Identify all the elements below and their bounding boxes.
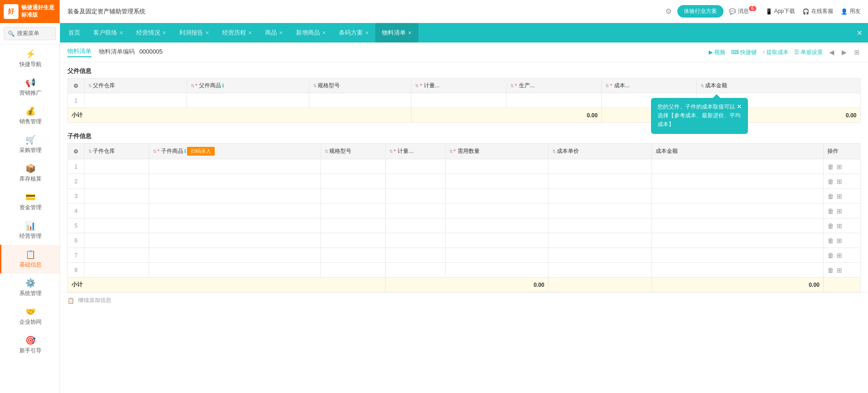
child-price-3[interactable] xyxy=(549,204,651,218)
settings-gear[interactable]: ⚙ xyxy=(73,83,78,89)
child-warehouse-0[interactable] xyxy=(84,159,149,174)
child-amount-6[interactable] xyxy=(651,248,824,263)
child-qty-0[interactable] xyxy=(445,159,548,174)
next-button[interactable]: ▶ xyxy=(841,48,848,57)
child-price-0[interactable] xyxy=(549,159,651,174)
child-spec-7[interactable] xyxy=(321,263,386,278)
nav-tab-close-3[interactable]: ✕ xyxy=(205,30,209,36)
child-price-4[interactable] xyxy=(549,218,651,233)
nav-tab-1[interactable]: 客户联络✕ xyxy=(87,23,130,42)
delete-icon-6[interactable]: 🗑 xyxy=(827,252,834,259)
child-unit-4[interactable] xyxy=(385,218,445,233)
close-all-tabs[interactable]: ✕ xyxy=(853,29,866,37)
child-warehouse-2[interactable] xyxy=(84,189,149,204)
sub-tab-list[interactable]: 物料清单 xyxy=(67,47,91,57)
child-unit-7[interactable] xyxy=(385,263,445,278)
copy-icon-2[interactable]: ⊞ xyxy=(837,193,842,200)
prev-button[interactable]: ◀ xyxy=(828,48,835,57)
child-product-2[interactable] xyxy=(149,189,320,204)
sidebar-item-sales[interactable]: 💰销售管理 xyxy=(0,102,60,130)
sidebar-item-marketing[interactable]: 📢营销推广 xyxy=(0,73,60,102)
child-amount-4[interactable] xyxy=(651,218,824,233)
user-action[interactable]: 👤 用友 xyxy=(841,7,861,15)
delete-icon-1[interactable]: 🗑 xyxy=(827,178,834,185)
delete-icon-0[interactable]: 🗑 xyxy=(827,163,834,170)
sidebar-item-purchase[interactable]: 🛒采购管理 xyxy=(0,130,60,159)
child-qty-4[interactable] xyxy=(445,218,548,233)
sidebar-item-quicknav[interactable]: ⚡快捷导航 xyxy=(0,44,60,73)
nav-tab-3[interactable]: 利润报告✕ xyxy=(173,23,216,42)
child-product-6[interactable] xyxy=(149,248,320,263)
delete-icon-5[interactable]: 🗑 xyxy=(827,237,834,244)
delete-icon-2[interactable]: 🗑 xyxy=(827,193,834,200)
copy-icon-0[interactable]: ⊞ xyxy=(837,163,842,170)
nav-tab-close-4[interactable]: ✕ xyxy=(248,30,252,36)
child-warehouse-3[interactable] xyxy=(84,204,149,218)
child-spec-0[interactable] xyxy=(321,159,386,174)
sidebar-item-finance[interactable]: 💳资金管理 xyxy=(0,187,60,216)
parent-production-cell[interactable] xyxy=(506,93,602,108)
child-product-3[interactable] xyxy=(149,204,320,218)
child-price-7[interactable] xyxy=(549,263,651,278)
child-product-0[interactable] xyxy=(149,159,320,174)
nav-tab-close-6[interactable]: ✕ xyxy=(322,30,326,36)
child-unit-3[interactable] xyxy=(385,204,445,218)
child-product-5[interactable] xyxy=(149,233,320,248)
child-product-4[interactable] xyxy=(149,218,320,233)
sidebar-item-basic[interactable]: 📋基础信息 xyxy=(0,245,60,273)
child-spec-4[interactable] xyxy=(321,218,386,233)
nav-tab-close-8[interactable]: ✕ xyxy=(408,30,412,36)
child-amount-2[interactable] xyxy=(651,189,824,204)
child-amount-3[interactable] xyxy=(651,204,824,218)
sidebar-item-guide[interactable]: 🎯新手引导 xyxy=(0,331,60,359)
online-service-action[interactable]: 🎧 在线客服 xyxy=(802,7,833,15)
child-spec-6[interactable] xyxy=(321,248,386,263)
child-spec-1[interactable] xyxy=(321,174,386,189)
child-amount-5[interactable] xyxy=(651,233,824,248)
child-warehouse-4[interactable] xyxy=(84,218,149,233)
single-settings-action[interactable]: ☰ 单据设置 xyxy=(794,48,823,56)
child-qty-1[interactable] xyxy=(445,174,548,189)
child-price-6[interactable] xyxy=(549,248,651,263)
delete-icon-3[interactable]: 🗑 xyxy=(827,207,834,215)
child-price-5[interactable] xyxy=(549,233,651,248)
copy-icon-5[interactable]: ⊞ xyxy=(837,237,842,244)
nav-tab-5[interactable]: 商品✕ xyxy=(259,23,289,42)
sidebar-item-operations[interactable]: 📊经营管理 xyxy=(0,216,60,245)
expand-button[interactable]: ⊞ xyxy=(853,48,861,57)
child-spec-2[interactable] xyxy=(321,189,386,204)
nav-tab-6[interactable]: 新增商品✕ xyxy=(289,23,332,42)
child-product-1[interactable] xyxy=(149,174,320,189)
parent-spec-cell[interactable] xyxy=(309,93,411,108)
nav-tab-8[interactable]: 物料清单✕ xyxy=(375,23,418,42)
message-action[interactable]: 💬 消息 6 xyxy=(729,7,758,15)
parent-warehouse-cell[interactable] xyxy=(84,93,187,108)
settings-icon[interactable]: ⚙ xyxy=(665,7,672,16)
child-amount-1[interactable] xyxy=(651,174,824,189)
nav-tab-4[interactable]: 经营历程✕ xyxy=(216,23,259,42)
child-product-7[interactable] xyxy=(149,263,320,278)
parent-product-cell[interactable] xyxy=(187,93,309,108)
scan-button[interactable]: 扫码录入 xyxy=(187,147,215,156)
nav-tab-close-2[interactable]: ✕ xyxy=(162,30,166,36)
child-warehouse-5[interactable] xyxy=(84,233,149,248)
child-price-2[interactable] xyxy=(549,189,651,204)
copy-icon-1[interactable]: ⊞ xyxy=(837,178,842,185)
child-qty-2[interactable] xyxy=(445,189,548,204)
copy-icon-6[interactable]: ⊞ xyxy=(837,252,842,259)
tooltip-close-button[interactable]: ✕ xyxy=(737,103,741,111)
child-settings-gear[interactable]: ⚙ xyxy=(73,148,78,155)
child-warehouse-6[interactable] xyxy=(84,248,149,263)
child-unit-6[interactable] xyxy=(385,248,445,263)
nav-tab-close-7[interactable]: ✕ xyxy=(365,30,369,36)
child-unit-2[interactable] xyxy=(385,189,445,204)
child-warehouse-1[interactable] xyxy=(84,174,149,189)
copy-icon-4[interactable]: ⊞ xyxy=(837,222,842,230)
child-qty-6[interactable] xyxy=(445,248,548,263)
child-unit-1[interactable] xyxy=(385,174,445,189)
sidebar-item-enterprise[interactable]: 🤝企业协同 xyxy=(0,302,60,331)
nav-tab-close-1[interactable]: ✕ xyxy=(119,30,123,36)
search-menu-button[interactable]: 🔍 搜索菜单 xyxy=(4,27,56,40)
child-qty-7[interactable] xyxy=(445,263,548,278)
child-qty-3[interactable] xyxy=(445,204,548,218)
